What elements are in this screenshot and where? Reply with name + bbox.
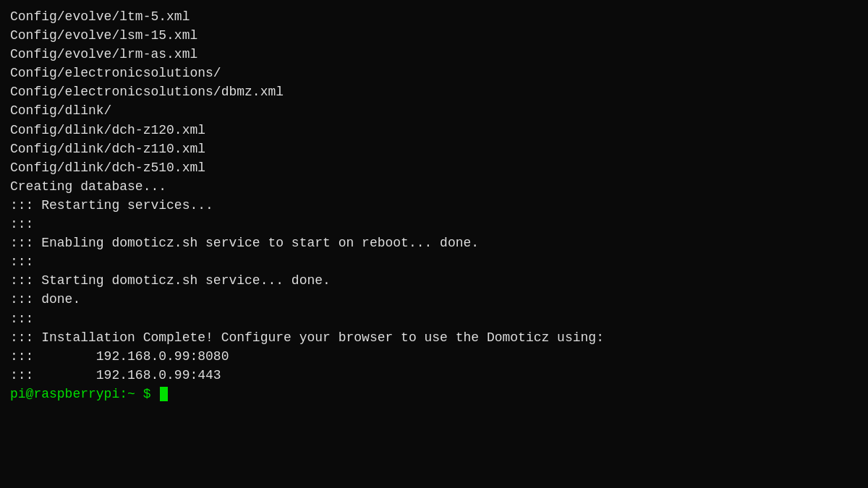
terminal-line: ::: Restarting services... [10, 196, 858, 215]
terminal-line: ::: 192.168.0.99:8080 [10, 347, 858, 366]
terminal-line: Config/dlink/ [10, 101, 858, 120]
terminal-line: ::: [10, 252, 858, 271]
terminal-line: Config/electronicsolutions/ [10, 64, 858, 82]
terminal-line: Config/evolve/ltm-5.xml [10, 7, 858, 26]
terminal-line: Config/dlink/dch-z120.xml [10, 121, 858, 140]
terminal-line: ::: done. [10, 290, 858, 309]
terminal-line: ::: [10, 215, 858, 234]
prompt-line: pi@raspberrypi:~ $ [10, 385, 858, 403]
terminal-line: Config/electronicsolutions/dbmz.xml [10, 82, 858, 101]
terminal-line: Config/dlink/dch-z110.xml [10, 140, 858, 158]
terminal-line: ::: Enabling domoticz.sh service to star… [10, 234, 858, 252]
terminal-line: Config/evolve/lrm-as.xml [10, 45, 858, 64]
terminal-line: ::: [10, 309, 858, 328]
terminal-window[interactable]: Config/evolve/ltm-5.xmlConfig/evolve/lsm… [0, 0, 868, 488]
terminal-line: Config/dlink/dch-z510.xml [10, 158, 858, 177]
terminal-line: ::: Starting domoticz.sh service... done… [10, 271, 858, 290]
terminal-line: ::: Installation Complete! Configure you… [10, 328, 858, 347]
terminal-line: ::: 192.168.0.99:443 [10, 366, 858, 385]
cursor [160, 387, 168, 401]
terminal-line: Config/evolve/lsm-15.xml [10, 26, 858, 45]
terminal-line: Creating database... [10, 177, 858, 196]
prompt-text: pi@raspberrypi:~ $ [10, 385, 158, 403]
